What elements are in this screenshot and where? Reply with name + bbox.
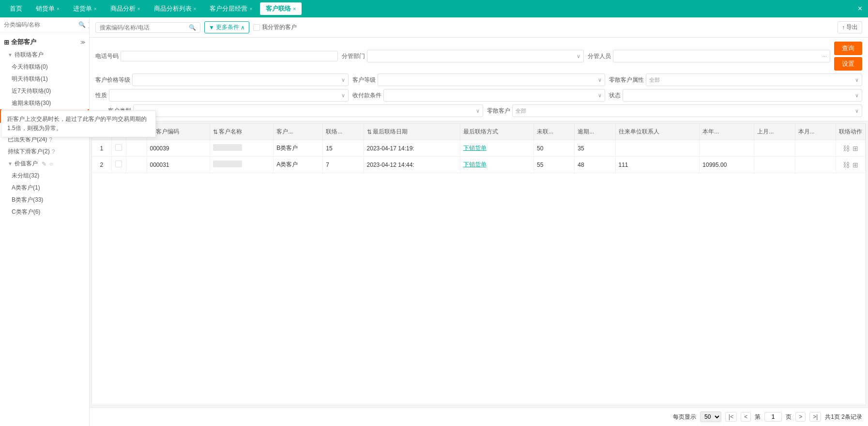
- price-chevron: ∨: [341, 77, 345, 83]
- my-customers-checkbox[interactable]: [253, 24, 260, 31]
- retail-attr-select[interactable]: 全部 ∨: [646, 73, 862, 86]
- row2-this-year: 10995.00: [700, 157, 754, 173]
- sidebar-c-class[interactable]: C类客户(6): [4, 206, 89, 218]
- row2-actions: ⛓ ⊞: [836, 157, 866, 173]
- next-page-btn[interactable]: >: [795, 412, 806, 422]
- value-customer-header[interactable]: ▼ 价值客户 ✎ ○: [4, 158, 89, 170]
- pending-contact-header[interactable]: ▼ 待联络客户: [4, 49, 89, 61]
- row1-checkbox[interactable]: [115, 144, 122, 151]
- search-wrap: 🔍: [95, 22, 200, 33]
- gender-select[interactable]: ∨: [109, 89, 349, 102]
- edit-icon[interactable]: ✎: [42, 161, 46, 167]
- price-level-label: 客户价格等级: [95, 76, 130, 84]
- customer-type-select[interactable]: ∨: [133, 104, 483, 117]
- close-all-tabs[interactable]: ×: [858, 4, 862, 13]
- payment-select[interactable]: ∨: [383, 89, 606, 102]
- row2-this-month: [795, 157, 836, 173]
- nav-tab-customer-tier[interactable]: 客户分层经营 ×: [204, 2, 258, 15]
- prev-page-btn[interactable]: <: [741, 412, 751, 422]
- sidebar-declining-customers[interactable]: 持续下滑客户(2) ?: [0, 146, 89, 158]
- sidebar-today-contact[interactable]: 今天待联络(0): [4, 61, 89, 73]
- sidebar-ungrouped[interactable]: 未分组(32): [4, 170, 89, 182]
- nav-tab-analysis[interactable]: 商品分析 ×: [105, 2, 146, 15]
- retail-customer-select[interactable]: 全部 ∨: [512, 104, 862, 117]
- dept-field: 分管部门 ∨: [342, 50, 584, 62]
- close-customer-contact-tab[interactable]: ×: [293, 6, 296, 12]
- close-sales-tab[interactable]: ×: [57, 6, 60, 12]
- row1-grid-icon[interactable]: ⊞: [853, 145, 858, 152]
- row2-checkbox[interactable]: [115, 161, 122, 167]
- col-code[interactable]: ⇅ 客户编码: [147, 124, 210, 140]
- price-level-field: 客户价格等级 ∨: [95, 73, 349, 86]
- close-customer-tier-tab[interactable]: ×: [249, 6, 252, 12]
- root-collapse-icon[interactable]: ≫: [80, 40, 85, 45]
- plus-icon[interactable]: ○: [49, 161, 53, 167]
- price-level-select[interactable]: ∨: [132, 73, 349, 86]
- sidebar-search-icon[interactable]: 🔍: [78, 21, 86, 28]
- row2-unit-contact: 111: [615, 157, 700, 173]
- sidebar-root[interactable]: ⊞ 全部客户 ≫: [0, 35, 89, 49]
- row1-last-contact-method[interactable]: 下销货单: [460, 140, 533, 157]
- export-icon: ↑: [842, 24, 845, 31]
- customer-type-chevron: ∨: [476, 108, 480, 114]
- help-icon-declining[interactable]: ?: [52, 148, 55, 155]
- col-overdue: 逾期...: [575, 124, 615, 140]
- row2-check[interactable]: [111, 157, 126, 173]
- nav-tab-customer-contact[interactable]: 客户联络 ×: [260, 2, 302, 15]
- status-field: 状态 ∨: [609, 89, 862, 102]
- sidebar-tomorrow-contact[interactable]: 明天待联络(1): [4, 73, 89, 85]
- query-btn[interactable]: 查询: [834, 42, 862, 55]
- first-page-btn[interactable]: |<: [725, 412, 737, 422]
- col-name[interactable]: ⇅ 客户名称: [210, 124, 274, 140]
- sidebar-b-class[interactable]: B类客户(33): [4, 194, 89, 206]
- page-prefix: 第: [755, 413, 761, 421]
- page-number-input[interactable]: [764, 412, 782, 422]
- filter-row-3: 性质 ∨ 收付款条件 ∨ 状态: [95, 89, 862, 102]
- sidebar-overdue-contact[interactable]: 逾期未联络(30): [4, 97, 89, 109]
- col-name-sort: ⇅: [213, 129, 218, 135]
- close-purchase-tab[interactable]: ×: [94, 6, 97, 12]
- sidebar-search-input[interactable]: [4, 21, 76, 28]
- value-arrow: ▼: [8, 161, 13, 166]
- more-conditions-btn[interactable]: ▼ 更多条件 ∧: [204, 21, 249, 33]
- per-page-select[interactable]: 50: [700, 411, 721, 422]
- status-label: 状态: [609, 91, 621, 100]
- row2-link-icon[interactable]: ⛓: [843, 161, 850, 169]
- export-btn[interactable]: ↑ 导出: [838, 21, 862, 33]
- col-date-sort: ⇅: [367, 129, 372, 135]
- row2-grid-icon[interactable]: ⊞: [853, 161, 858, 169]
- sidebar-a-class[interactable]: A类客户(1): [4, 182, 89, 194]
- close-analysis-list-tab[interactable]: ×: [194, 6, 197, 12]
- person-select[interactable]: ···: [613, 50, 830, 62]
- row1-last-month: [754, 140, 795, 157]
- settings-btn[interactable]: 设置: [834, 57, 862, 71]
- row1-check[interactable]: [111, 140, 126, 157]
- col-last-contact-date[interactable]: ⇅ 最后联络日期: [364, 124, 460, 140]
- row1-link-icon[interactable]: ⛓: [843, 145, 850, 152]
- row2-code: 000031: [147, 157, 210, 173]
- nav-tab-purchase[interactable]: 进货单 ×: [67, 2, 103, 15]
- customer-level-select[interactable]: ∨: [378, 73, 606, 86]
- row1-uncontacted: 50: [534, 140, 575, 157]
- main-search-icon[interactable]: 🔍: [189, 24, 196, 31]
- row1-name: [210, 140, 274, 157]
- my-customers-wrap[interactable]: 我分管的客户: [253, 23, 297, 31]
- row2-overdue: 48: [575, 157, 615, 173]
- row2-settings: [126, 157, 147, 173]
- phone-field: 电话号码: [95, 51, 338, 61]
- last-page-btn[interactable]: >|: [809, 412, 821, 422]
- status-select[interactable]: ∨: [623, 89, 862, 102]
- sidebar-week-contact[interactable]: 近7天待联络(0): [4, 85, 89, 97]
- nav-tab-sales[interactable]: 销货单 ×: [30, 2, 65, 15]
- main-search-input[interactable]: [100, 24, 187, 31]
- phone-input[interactable]: [121, 51, 338, 61]
- dept-select[interactable]: ∨: [367, 50, 584, 62]
- customer-level-chevron: ∨: [598, 77, 602, 83]
- nav-tab-home[interactable]: 首页: [4, 2, 28, 15]
- col-contact-count: 联络...: [323, 124, 364, 140]
- row2-last-contact-method[interactable]: 下销货单: [460, 157, 533, 173]
- table-body: 1 000039 B类客户 15 2023-04-17 14:19: 下销货单: [92, 140, 866, 173]
- close-analysis-tab[interactable]: ×: [137, 6, 140, 12]
- nav-tab-analysis-list[interactable]: 商品分析列表 ×: [148, 2, 202, 15]
- person-dots[interactable]: ···: [822, 53, 827, 59]
